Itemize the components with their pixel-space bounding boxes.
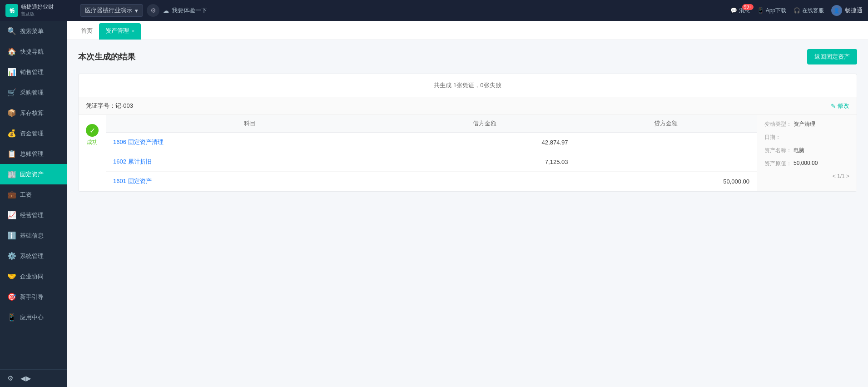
username: 畅捷通 <box>845 6 863 15</box>
voucher-header: 凭证字号：记-003 ✎ 修改 <box>79 97 857 115</box>
header-center: 医疗器械行业演示 ▾ ⚙ ☁ 我要体验一下 <box>73 4 730 17</box>
tab-bar: 首页资产管理× <box>67 21 868 40</box>
original-value-label: 资产原值： <box>764 160 792 168</box>
table-row: 1606 固定资产清理 42,874.97 <box>106 133 757 152</box>
sidebar: 🔍搜索菜单🏠快捷导航📊销售管理🛒采购管理📦库存核算💰资金管理📋总账管理🏢固定资产… <box>0 21 67 387</box>
original-value-row: 资产原值： 50,000.00 <box>764 160 849 168</box>
sidebar-item-app-center[interactable]: 📱应用中心 <box>0 307 67 327</box>
base-info-icon: ℹ️ <box>7 231 15 240</box>
page-title: 本次生成的结果 <box>78 51 135 62</box>
sidebar-label-salary: 工资 <box>20 191 32 199</box>
logo-icon: 畅 <box>5 4 18 17</box>
sidebar-label-enterprise: 企业协同 <box>20 273 44 281</box>
message-icon: 💬 <box>730 7 737 14</box>
sidebar-label-app-center: 应用中心 <box>20 313 44 322</box>
original-value-value: 50,000.00 <box>794 160 818 168</box>
tab-close-asset-mgmt[interactable]: × <box>132 28 134 34</box>
asset-name-label: 资产名称： <box>764 147 792 154</box>
sidebar-item-search[interactable]: 🔍搜索菜单 <box>0 21 67 41</box>
change-type-label: 变动类型： <box>764 120 792 128</box>
sidebar-item-sales[interactable]: 📊销售管理 <box>0 62 67 82</box>
date-row: 日期： <box>764 134 849 141</box>
subject-cell: 1602 累计折旧 <box>106 152 394 172</box>
voucher-body: ✓ 成功 科目 借方金额 贷方金额 <box>79 115 857 191</box>
debit-cell: 42,874.97 <box>394 133 575 152</box>
edit-icon: ✎ <box>831 103 836 109</box>
sidebar-item-base-info[interactable]: ℹ️基础信息 <box>0 225 67 246</box>
sidebar-item-capital[interactable]: 💰资金管理 <box>0 123 67 144</box>
app-center-icon: 📱 <box>7 313 15 322</box>
sidebar-label-sales: 销售管理 <box>20 68 44 76</box>
sidebar-item-operations[interactable]: 📈经营管理 <box>0 205 67 225</box>
sidebar-label-guide: 新手引导 <box>20 293 44 301</box>
right-panel: 变动类型： 资产清理 日期： 资产名称： 电脑 <box>757 115 857 191</box>
sidebar-item-quick-nav[interactable]: 🏠快捷导航 <box>0 41 67 62</box>
result-card: 共生成 1张凭证，0张失败 凭证字号：记-003 ✎ 修改 ✓ <box>78 74 857 192</box>
sidebar-label-operations: 经营管理 <box>20 211 44 219</box>
col-subject: 科目 <box>106 115 394 133</box>
sidebar-item-enterprise[interactable]: 🤝企业协同 <box>0 266 67 287</box>
credit-cell: 50,000.00 <box>575 172 757 191</box>
content-area: 首页资产管理× 本次生成的结果 返回固定资产 共生成 1张凭证，0张失败 凭证字… <box>67 21 868 387</box>
quick-nav-icon: 🏠 <box>7 47 15 56</box>
sidebar-item-fixed-assets[interactable]: 🏢固定资产 <box>0 164 67 184</box>
header-right: 💬 消息 99+ 📱 App下载 🎧 在线客服 👤 畅捷通 <box>730 5 863 16</box>
messages-button[interactable]: 💬 消息 99+ <box>730 7 750 15</box>
top-header: 畅 畅捷通好业财 普及版 医疗器械行业演示 ▾ ⚙ ☁ 我要体验一下 💬 消息 … <box>0 0 868 21</box>
company-selector[interactable]: 医疗器械行业演示 ▾ <box>80 4 143 17</box>
sidebar-item-guide[interactable]: 🎯新手引导 <box>0 287 67 307</box>
subject-cell: 1601 固定资产 <box>106 172 394 191</box>
app-name: 畅捷通好业财 <box>21 4 54 11</box>
sidebar-label-system: 系统管理 <box>20 252 44 260</box>
voucher-table-wrap: 科目 借方金额 贷方金额 1606 固定资产清理 42,874.97 1602 … <box>106 115 757 191</box>
ledger-icon: 📋 <box>7 149 15 158</box>
debit-cell: 7,125.03 <box>394 152 575 172</box>
sidebar-label-search: 搜索菜单 <box>20 27 44 35</box>
sidebar-item-ledger[interactable]: 📋总账管理 <box>0 144 67 164</box>
sidebar-item-inventory[interactable]: 📦库存核算 <box>0 103 67 123</box>
sidebar-label-fixed-assets: 固定资产 <box>20 170 44 179</box>
return-button[interactable]: 返回固定资产 <box>807 49 857 64</box>
sidebar-label-purchase: 采购管理 <box>20 89 44 97</box>
tab-home[interactable]: 首页 <box>74 23 99 40</box>
sidebar-item-system[interactable]: ⚙️系统管理 <box>0 246 67 266</box>
avatar: 👤 <box>831 5 842 16</box>
chevron-down-icon: ▾ <box>135 7 138 14</box>
change-type-value: 资产清理 <box>794 120 815 128</box>
voucher-number: 凭证字号：记-003 <box>86 102 133 110</box>
page-content: 本次生成的结果 返回固定资产 共生成 1张凭证，0张失败 凭证字号：记-003 … <box>67 40 868 387</box>
settings-button[interactable]: ⚙ <box>147 4 159 17</box>
edit-button[interactable]: ✎ 修改 <box>831 102 849 110</box>
salary-icon: 💼 <box>7 190 15 199</box>
fixed-assets-icon: 🏢 <box>7 170 15 179</box>
cloud-icon: ☁ <box>163 7 169 14</box>
success-indicator: ✓ 成功 <box>79 115 106 191</box>
customer-service-button[interactable]: 🎧 在线客服 <box>794 7 824 15</box>
sidebar-item-salary[interactable]: 💼工资 <box>0 184 67 205</box>
voucher-section: 凭证字号：记-003 ✎ 修改 ✓ 成功 <box>79 97 857 191</box>
tab-label-home: 首页 <box>81 27 93 34</box>
system-icon: ⚙️ <box>7 252 15 260</box>
settings-bottom-icon[interactable]: ⚙ <box>7 374 13 382</box>
app-download-button[interactable]: 📱 App下载 <box>757 7 786 15</box>
search-icon: 🔍 <box>7 27 15 35</box>
debit-cell <box>394 172 575 191</box>
voucher-table: 科目 借方金额 贷方金额 1606 固定资产清理 42,874.97 1602 … <box>106 115 757 191</box>
experience-button[interactable]: ☁ 我要体验一下 <box>163 6 207 15</box>
pagination: < 1/1 > <box>764 173 849 179</box>
collapse-icon[interactable]: ◀▶ <box>20 374 31 382</box>
main-layout: 🔍搜索菜单🏠快捷导航📊销售管理🛒采购管理📦库存核算💰资金管理📋总账管理🏢固定资产… <box>0 21 868 387</box>
inventory-icon: 📦 <box>7 109 15 117</box>
date-label: 日期： <box>764 134 792 141</box>
app-edition: 普及版 <box>21 11 54 17</box>
sidebar-label-quick-nav: 快捷导航 <box>20 48 44 56</box>
asset-name-value: 电脑 <box>794 147 804 154</box>
sidebar-label-capital: 资金管理 <box>20 129 44 138</box>
download-icon: 📱 <box>757 7 764 14</box>
tab-asset-mgmt[interactable]: 资产管理× <box>99 23 141 40</box>
sidebar-item-purchase[interactable]: 🛒采购管理 <box>0 82 67 103</box>
subject-cell: 1606 固定资产清理 <box>106 133 394 152</box>
sidebar-label-ledger: 总账管理 <box>20 150 44 158</box>
user-area[interactable]: 👤 畅捷通 <box>831 5 863 16</box>
service-icon: 🎧 <box>794 7 800 14</box>
